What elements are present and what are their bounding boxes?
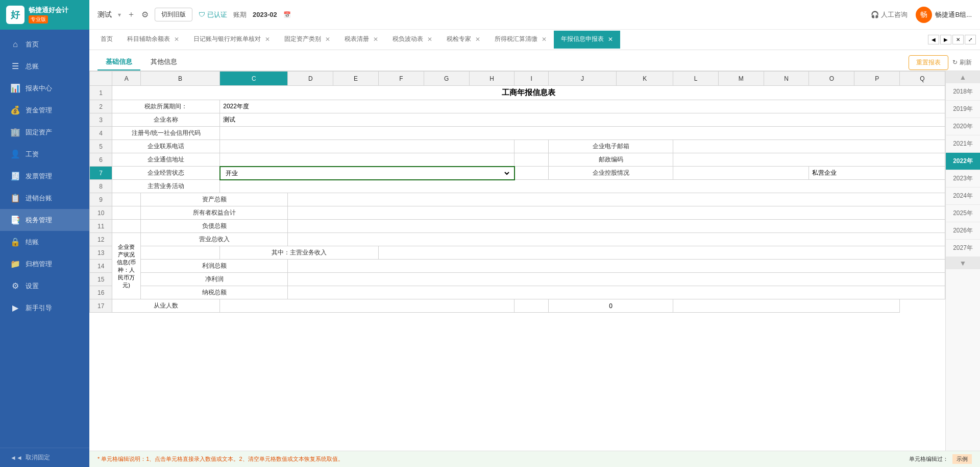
tab-expand-button[interactable]: ⤢ (965, 35, 976, 44)
year-item[interactable]: 2026年 (946, 222, 980, 240)
tab-tax-burden[interactable]: 税负波动表 ✕ (385, 31, 439, 49)
cell-holding-type[interactable]: 私营企业 (809, 167, 945, 180)
cell-company-name-value[interactable]: 测试 (220, 113, 945, 127)
cell-holding-value[interactable] (673, 167, 809, 180)
col-header-a[interactable]: A (112, 72, 140, 86)
user-info[interactable]: 畅 畅捷通B组... (916, 7, 972, 23)
sidebar-item-inventory[interactable]: 📋 进销台账 (0, 187, 89, 209)
tab-annual-report[interactable]: 年报信息申报表 ✕ (554, 31, 620, 49)
col-header-n[interactable]: N (764, 72, 809, 86)
tab-close-icon[interactable]: ✕ (608, 36, 613, 43)
year-item[interactable]: 2022年 (946, 153, 980, 170)
tab-income-tax[interactable]: 所得税汇算清缴 ✕ (487, 31, 554, 49)
year-item[interactable]: 2027年 (946, 240, 980, 257)
cell-total-assets-value[interactable] (288, 193, 945, 206)
year-item[interactable]: 2023年 (946, 170, 980, 188)
col-header-o[interactable]: O (809, 72, 854, 86)
refresh-button[interactable]: ↻ 刷新 (952, 58, 972, 67)
tab-close-icon[interactable]: ✕ (265, 36, 270, 43)
year-panel-up-button[interactable]: ▲ (946, 71, 980, 83)
cell-employees-count[interactable]: 0 (548, 299, 673, 313)
col-header-k[interactable]: K (617, 72, 673, 86)
col-header-d[interactable]: D (288, 72, 333, 86)
settings-gear-icon[interactable]: ⚙ (141, 10, 149, 19)
sub-tab-basic[interactable]: 基础信息 (97, 54, 140, 71)
year-item[interactable]: 2019年 (946, 101, 980, 118)
col-header-l[interactable]: L (673, 72, 719, 86)
cell-employees-value[interactable] (220, 299, 514, 313)
tab-tax-expert[interactable]: 税检专家 ✕ (439, 31, 487, 49)
col-header-c[interactable]: C (220, 72, 288, 86)
tab-fixed-assets[interactable]: 固定资产类别 ✕ (277, 31, 337, 49)
tab-close-icon[interactable]: ✕ (325, 36, 330, 43)
year-item[interactable]: 2025年 (946, 205, 980, 222)
cell-equity-value[interactable] (288, 206, 945, 220)
tab-close-icon[interactable]: ✕ (542, 36, 547, 43)
add-tab-icon[interactable]: ＋ (127, 9, 135, 20)
switch-version-button[interactable]: 切到旧版 (155, 8, 192, 21)
sidebar-item-ledger[interactable]: ☰ 总账 (0, 55, 89, 77)
sidebar-collapse-btn[interactable]: ◄◄ 取消固定 (0, 448, 89, 467)
cell-tax-total-value[interactable] (288, 286, 945, 299)
cell-email-value[interactable] (673, 140, 945, 153)
cell-reg-no-value[interactable] (220, 127, 945, 140)
tab-close-icon[interactable]: ✕ (373, 36, 378, 43)
sidebar-item-invoices[interactable]: 🧾 发票管理 (0, 165, 89, 187)
tab-home[interactable]: 首页 (93, 31, 120, 49)
tab-close-icon[interactable]: ✕ (427, 36, 432, 43)
year-item[interactable]: 2020年 (946, 118, 980, 135)
tab-close-all-button[interactable]: ✕ (952, 35, 964, 44)
sidebar-item-archive[interactable]: 📁 归档管理 (0, 253, 89, 275)
tab-next-button[interactable]: ▶ (940, 35, 951, 44)
sidebar-item-wages[interactable]: 👤 工资 (0, 143, 89, 165)
col-header-p[interactable]: P (854, 72, 900, 86)
col-header-e[interactable]: E (333, 72, 379, 86)
sidebar-item-reports[interactable]: 📊 报表中心 (0, 77, 89, 99)
col-header-f[interactable]: F (379, 72, 424, 86)
sidebar-item-funds[interactable]: 💰 资金管理 (0, 99, 89, 121)
tab-prev-button[interactable]: ◀ (928, 35, 939, 44)
cell-phone-value[interactable] (220, 140, 514, 153)
col-header-j[interactable]: J (548, 72, 616, 86)
cell-main-revenue-value[interactable] (379, 246, 945, 260)
tab-bank-reconcile[interactable]: 日记账与银行对账单核对 ✕ (186, 31, 277, 49)
cell-revenue-value[interactable] (288, 233, 945, 246)
sidebar-item-home[interactable]: ⌂ 首页 (0, 34, 89, 55)
sidebar-item-settings[interactable]: ⚙ 设置 (0, 275, 89, 297)
cell-liabilities-value[interactable] (288, 220, 945, 233)
table-row: 8 主营业务活动 (90, 180, 945, 193)
cell-net-profit-value[interactable] (288, 273, 945, 286)
year-item[interactable]: 2024年 (946, 188, 980, 205)
col-header-m[interactable]: M (718, 72, 764, 86)
year-panel-down-button[interactable]: ▼ (946, 257, 980, 269)
biz-status-select[interactable]: 开业 注销 吊销 迁出 撤销 (224, 169, 511, 177)
sub-tab-other[interactable]: 其他信息 (142, 54, 185, 71)
tab-auxiliary-balance[interactable]: 科目辅助余额表 ✕ (120, 31, 186, 49)
cell-profit-value[interactable] (288, 260, 945, 273)
tab-tax-list[interactable]: 税表清册 ✕ (337, 31, 385, 49)
cell-address-value[interactable] (220, 153, 514, 167)
tab-close-icon[interactable]: ✕ (174, 36, 179, 43)
cell-tax-period-value[interactable]: 2022年度 (220, 100, 945, 113)
col-header-h[interactable]: H (469, 72, 514, 86)
col-header-i[interactable]: I (514, 72, 549, 86)
calendar-icon[interactable]: 📅 (283, 11, 291, 18)
year-item[interactable]: 2021年 (946, 135, 980, 153)
reset-report-button[interactable]: 重置报表 (909, 55, 948, 70)
sidebar-item-tax[interactable]: 📑 税务管理 (0, 209, 89, 231)
sidebar-item-guide[interactable]: ▶ 新手引导 (0, 297, 89, 319)
col-header-q[interactable]: Q (900, 72, 945, 86)
tab-dropdown-icon[interactable]: ▾ (118, 11, 121, 18)
sidebar-item-closing[interactable]: 🔒 结账 (0, 231, 89, 253)
tab-close-icon[interactable]: ✕ (475, 36, 480, 43)
service-button[interactable]: 🎧 人工咨询 (871, 10, 908, 19)
title-cell[interactable]: 工商年报信息表 (112, 86, 945, 100)
grid-scroll-area[interactable]: A B C D E F G H I J K L (89, 71, 945, 451)
col-header-b[interactable]: B (140, 72, 219, 86)
col-header-g[interactable]: G (424, 72, 469, 86)
cell-main-biz-value[interactable] (220, 180, 945, 193)
cell-postcode-value[interactable] (673, 153, 945, 167)
sidebar-item-assets[interactable]: 🏢 固定资产 (0, 121, 89, 143)
year-item[interactable]: 2018年 (946, 83, 980, 101)
cell-biz-status-value[interactable]: 开业 注销 吊销 迁出 撤销 (220, 167, 514, 180)
